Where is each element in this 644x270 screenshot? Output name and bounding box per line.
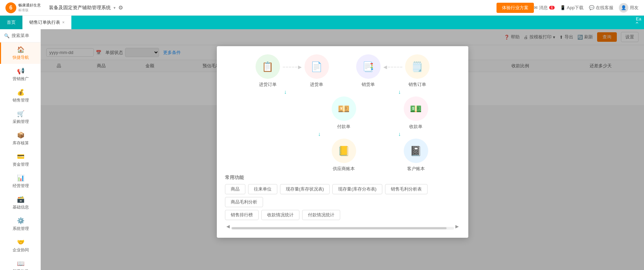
- supplier-ledger-icon: 📒: [332, 139, 356, 163]
- func-btn-product[interactable]: 商品: [225, 184, 245, 194]
- receipt-bill-label: 收款单: [409, 124, 422, 130]
- receipt-bill-icon: 💵: [404, 96, 428, 121]
- main-layout: 🔍 搜索菜单 🏠 快捷导航 📢 营销推广 💰 销售管理 🛒 采购管理 📦 库存核…: [0, 29, 644, 270]
- sidebar-item-home[interactable]: 🏠 快捷导航: [0, 42, 40, 64]
- nav-tabs: 首页 销售订单执行表 × × Ea: [0, 16, 644, 29]
- flow-node-supplier-ledger[interactable]: 📒 供应商账本: [332, 139, 356, 172]
- flow-node-sales-order[interactable]: 🗒️ 销售订单: [405, 54, 430, 88]
- close-tab-icon[interactable]: ×: [62, 20, 65, 25]
- sidebar-item-guide[interactable]: 📖 新手引导: [0, 256, 40, 270]
- mobile-icon: 📱: [560, 5, 565, 10]
- system-title-area: 装备及固定资产辅助管理系统 ▾ ⚙: [49, 4, 497, 11]
- online-service-label: 在线客服: [596, 5, 613, 11]
- operations-icon: 📊: [17, 174, 24, 182]
- purchase-bill-label: 进货单: [310, 82, 323, 88]
- func-btn-sales-gross[interactable]: 销售毛利分析表: [385, 184, 428, 194]
- search-menu[interactable]: 🔍 搜索菜单: [0, 29, 40, 42]
- message-label: 消息: [539, 5, 548, 11]
- sidebar-item-inventory[interactable]: 📦 库存核算: [0, 128, 40, 149]
- modal-scrollbar[interactable]: [231, 227, 454, 230]
- common-functions: 常用功能 商品 往来单位 现存量(库存状况表) 现存量(库存分布表) 销售毛利分…: [225, 175, 460, 220]
- sidebar-item-finance[interactable]: 💳 资金管理: [0, 149, 40, 171]
- inventory-icon: 📦: [17, 131, 24, 139]
- sidebar-item-enterprise[interactable]: 🤝 企业协同: [0, 235, 40, 256]
- quick-nav-modal: 📋 进货订单 ▶: [217, 46, 468, 238]
- sidebar-item-enterprise-label: 企业协同: [13, 247, 29, 253]
- func-btn-product-gross[interactable]: 商品毛利分析: [225, 197, 263, 207]
- online-service-action[interactable]: 💬 在线客服: [589, 5, 613, 11]
- func-btn-receipt-stats[interactable]: 收款情况统计: [261, 210, 299, 220]
- flow-node-purchase-order[interactable]: 📋 进货订单: [256, 54, 280, 88]
- sidebar-item-purchase[interactable]: 🛒 采购管理: [0, 107, 40, 128]
- user-action[interactable]: 👤 用友: [619, 3, 639, 13]
- flow-node-payment-bill[interactable]: 💴 付款单: [332, 96, 356, 130]
- sidebar-item-base-info[interactable]: 🗃️ 基础信息: [0, 192, 40, 214]
- tab-sales-order[interactable]: 销售订单执行表 ×: [22, 16, 71, 29]
- settings-icon[interactable]: ⚙: [118, 4, 123, 11]
- tab-home[interactable]: 首页: [0, 16, 22, 29]
- func-btn-sales-rank[interactable]: 销售排行榜: [225, 210, 259, 220]
- sales-icon: 💰: [17, 89, 24, 96]
- sidebar-item-home-label: 快捷导航: [13, 55, 29, 60]
- purchase-icon: 🛒: [17, 110, 24, 118]
- payment-bill-label: 付款单: [337, 124, 350, 130]
- purchase-order-label: 进货订单: [259, 82, 277, 88]
- supplier-ledger-label: 供应商账本: [333, 166, 355, 172]
- service-icon: 💬: [589, 5, 594, 10]
- flow-node-customer-ledger[interactable]: 📓 客户账本: [404, 139, 428, 172]
- marketing-icon: 📢: [17, 67, 24, 75]
- customer-ledger-label: 客户账本: [407, 166, 425, 172]
- sidebar-item-marketing[interactable]: 📢 营销推广: [0, 64, 40, 85]
- sidebar-item-finance-label: 资金管理: [13, 162, 29, 167]
- func-btn-payment-stats[interactable]: 付款情况统计: [302, 210, 340, 220]
- scroll-right-arrow[interactable]: ▶: [454, 224, 460, 229]
- flow-node-purchase-bill[interactable]: 📄 进货单: [304, 54, 329, 88]
- flow-node-sales-bill[interactable]: 📑 销货单: [356, 54, 381, 88]
- base-info-icon: 🗃️: [17, 196, 24, 203]
- enterprise-icon: 🤝: [17, 238, 24, 246]
- func-btn-stock-status[interactable]: 现存量(库存状况表): [280, 184, 330, 194]
- message-icon: ✉: [534, 5, 538, 10]
- sales-order-label: 销售订单: [408, 82, 426, 88]
- sidebar-item-sales[interactable]: 💰 销售管理: [0, 85, 40, 107]
- func-btn-stock-dist[interactable]: 现存量(库存分布表): [332, 184, 382, 194]
- logo-area: 6 畅康通好生意 标准版: [5, 2, 46, 13]
- modal-scrollbar-area: ◀ ▶: [225, 223, 460, 230]
- scroll-left-arrow[interactable]: ◀: [225, 224, 231, 229]
- customer-ledger-icon: 📓: [404, 139, 428, 163]
- dropdown-arrow-icon[interactable]: ▾: [114, 5, 116, 10]
- guide-icon: 📖: [17, 260, 24, 267]
- home-icon: 🏠: [17, 46, 24, 53]
- func-buttons-row2: 销售排行榜 收款情况统计 付款情况统计: [225, 210, 460, 220]
- app-download-action[interactable]: 📱 App下载: [560, 5, 584, 11]
- logo-sub: 标准版: [18, 8, 41, 13]
- sidebar-item-guide-label: 新手引导: [13, 269, 29, 270]
- sidebar: 🔍 搜索菜单 🏠 快捷导航 📢 营销推广 💰 销售管理 🛒 采购管理 📦 库存核…: [0, 29, 41, 270]
- sidebar-item-base-info-label: 基础信息: [13, 204, 29, 210]
- app-download-label: App下载: [567, 5, 584, 11]
- sidebar-item-system-label: 系统管理: [13, 226, 29, 232]
- tab-home-label: 首页: [7, 19, 16, 25]
- sidebar-item-system[interactable]: ⚙️ 系统管理: [0, 214, 40, 235]
- system-title: 装备及固定资产辅助管理系统: [49, 5, 111, 11]
- sidebar-item-sales-label: 销售管理: [13, 97, 29, 103]
- modal-scrollbar-thumb: [232, 227, 447, 229]
- message-action[interactable]: ✉ 消息 6: [534, 5, 555, 11]
- func-buttons-row1: 商品 往来单位 现存量(库存状况表) 现存量(库存分布表) 销售毛利分析表 商品…: [225, 184, 460, 207]
- logo-icon: 6: [5, 2, 16, 13]
- purchase-bill-icon: 📄: [304, 54, 329, 79]
- sidebar-item-operations-label: 经营管理: [13, 183, 29, 189]
- trial-button[interactable]: 体验行业方案: [497, 3, 534, 13]
- sales-order-icon: 🗒️: [405, 54, 430, 79]
- header-right: ✉ 消息 6 📱 App下载 💬 在线客服 👤 用友: [534, 3, 639, 13]
- search-icon: 🔍: [4, 33, 10, 38]
- finance-icon: 💳: [17, 153, 24, 160]
- flow-node-receipt-bill[interactable]: 💵 收款单: [404, 96, 428, 130]
- sidebar-item-operations[interactable]: 📊 经营管理: [0, 171, 40, 192]
- func-btn-partners[interactable]: 往来单位: [248, 184, 277, 194]
- message-badge: 6: [549, 6, 555, 10]
- ea-label: Ea: [633, 16, 644, 22]
- sales-bill-icon: 📑: [356, 54, 381, 79]
- top-header: 6 畅康通好生意 标准版 装备及固定资产辅助管理系统 ▾ ⚙ 体验行业方案 ✉ …: [0, 0, 644, 16]
- system-icon: ⚙️: [17, 217, 24, 224]
